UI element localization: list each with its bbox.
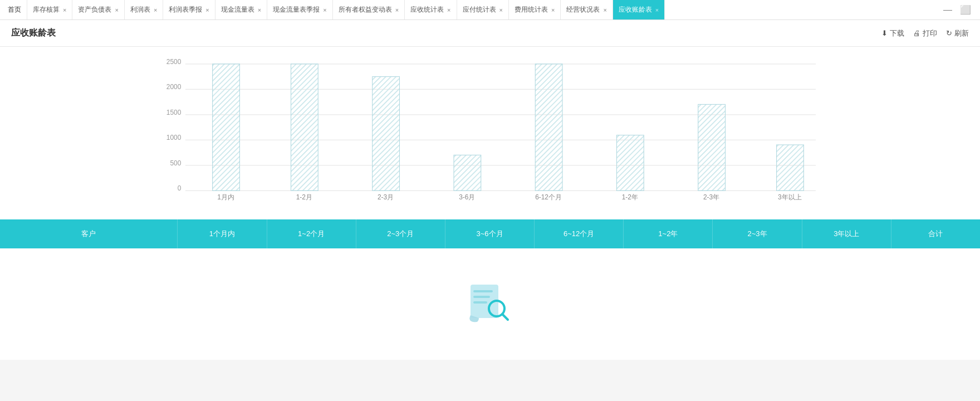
close-tab-ar-stats[interactable]: × xyxy=(447,7,450,13)
close-tab-inventory[interactable]: × xyxy=(63,7,66,13)
col-2-3month: 2~3个月 xyxy=(356,219,445,248)
tab-home[interactable]: 首页 xyxy=(2,0,27,20)
bar-2-3-month xyxy=(373,77,400,191)
svg-text:2000: 2000 xyxy=(166,83,182,91)
tab-cashflow[interactable]: 现金流量表 × xyxy=(215,0,267,20)
tab-inventory[interactable]: 库存核算 × xyxy=(27,0,72,20)
svg-text:3年以上: 3年以上 xyxy=(778,193,802,201)
svg-line-26 xyxy=(502,314,508,320)
tab-equity[interactable]: 所有者权益变动表 × xyxy=(333,0,405,20)
bar-3-6-month xyxy=(454,155,481,190)
svg-text:1-2月: 1-2月 xyxy=(296,193,312,201)
col-3plus-year: 3年以上 xyxy=(802,219,891,248)
header-actions: ⬇ 下载 🖨 打印 ↻ 刷新 xyxy=(881,28,969,38)
close-tab-income[interactable]: × xyxy=(154,7,157,13)
close-tab-cashflow[interactable]: × xyxy=(258,7,261,13)
svg-text:1000: 1000 xyxy=(166,134,182,141)
tab-business-status[interactable]: 经营状况表 × xyxy=(561,0,612,20)
close-tab-balance-sheet[interactable]: × xyxy=(115,7,118,13)
bar-3plus-year xyxy=(777,145,804,190)
tab-bar: 首页 库存核算 × 资产负债表 × 利润表 × 利润表季报 × 现金流量表 × … xyxy=(0,0,980,20)
svg-text:500: 500 xyxy=(170,159,181,167)
svg-text:2-3月: 2-3月 xyxy=(378,193,394,201)
svg-text:1500: 1500 xyxy=(166,109,182,116)
svg-rect-24 xyxy=(473,301,487,304)
bar-chart: 0 500 1000 1500 2000 2500 xyxy=(17,58,963,203)
print-button[interactable]: 🖨 打印 xyxy=(913,28,937,38)
refresh-button[interactable]: ↻ 刷新 xyxy=(946,28,969,38)
chart-area: 0 500 1000 1500 2000 2500 xyxy=(0,47,980,219)
svg-text:1月内: 1月内 xyxy=(217,193,234,201)
tab-ar-stats[interactable]: 应收统计表 × xyxy=(405,0,457,20)
tab-ap-stats[interactable]: 应付统计表 × xyxy=(457,0,509,20)
svg-text:3-6月: 3-6月 xyxy=(459,193,475,201)
svg-text:0: 0 xyxy=(178,184,182,192)
close-tab-business-status[interactable]: × xyxy=(603,7,606,13)
empty-state xyxy=(0,248,980,360)
col-1-2year: 1~2年 xyxy=(624,219,713,248)
download-icon: ⬇ xyxy=(881,29,888,37)
refresh-icon: ↻ xyxy=(946,29,952,37)
bar-1-month xyxy=(213,64,240,190)
maximize-button[interactable]: ⬜ xyxy=(958,2,973,18)
svg-text:2500: 2500 xyxy=(166,58,182,66)
tab-income-quarterly[interactable]: 利润表季报 × xyxy=(163,0,215,20)
close-tab-income-quarterly[interactable]: × xyxy=(205,7,209,13)
close-tab-ap-stats[interactable]: × xyxy=(499,7,503,13)
col-3-6month: 3~6个月 xyxy=(445,219,535,248)
print-icon: 🖨 xyxy=(913,29,920,37)
page-header: 应收账龄表 ⬇ 下载 🖨 打印 ↻ 刷新 xyxy=(0,20,980,47)
col-6-12month: 6~12个月 xyxy=(535,219,624,248)
table-header: 客户 1个月内 1~2个月 2~3个月 3~6个月 6~12个月 1~2年 2~… xyxy=(0,219,980,248)
main-content: 0 500 1000 1500 2000 2500 xyxy=(0,47,980,360)
svg-rect-22 xyxy=(473,290,493,292)
tab-balance-sheet[interactable]: 资产负债表 × xyxy=(72,0,124,20)
tab-cashflow-quarterly[interactable]: 现金流量表季报 × xyxy=(267,0,332,20)
col-total: 合计 xyxy=(891,219,980,248)
svg-text:2-3年: 2-3年 xyxy=(703,193,719,201)
page-title: 应收账龄表 xyxy=(11,27,56,39)
tab-expense-stats[interactable]: 费用统计表 × xyxy=(509,0,561,20)
download-button[interactable]: ⬇ 下载 xyxy=(881,28,904,38)
chart-container: 0 500 1000 1500 2000 2500 xyxy=(17,58,963,203)
close-tab-cashflow-quarterly[interactable]: × xyxy=(323,7,326,13)
bar-1-2-year xyxy=(617,135,644,191)
close-tab-ar-aging[interactable]: × xyxy=(655,7,659,13)
bar-1-2-month xyxy=(291,64,318,190)
close-tab-equity[interactable]: × xyxy=(395,7,399,13)
col-1month: 1个月内 xyxy=(178,219,267,248)
col-1-2month: 1~2个月 xyxy=(267,219,356,248)
svg-rect-23 xyxy=(473,296,490,298)
tab-ar-aging[interactable]: 应收账龄表 × xyxy=(613,0,665,20)
close-tab-expense-stats[interactable]: × xyxy=(551,7,555,13)
bar-6-12-month xyxy=(535,64,562,190)
tab-income[interactable]: 利润表 × xyxy=(125,0,163,20)
col-customer: 客户 xyxy=(0,219,178,248)
minimize-button[interactable]: — xyxy=(940,2,955,18)
empty-state-icon xyxy=(462,282,518,326)
window-controls: — ⬜ xyxy=(935,2,978,18)
col-2-3year: 2~3年 xyxy=(713,219,802,248)
svg-text:1-2年: 1-2年 xyxy=(622,193,638,201)
bar-2-3-year xyxy=(698,104,726,190)
svg-text:6-12个月: 6-12个月 xyxy=(535,193,562,201)
